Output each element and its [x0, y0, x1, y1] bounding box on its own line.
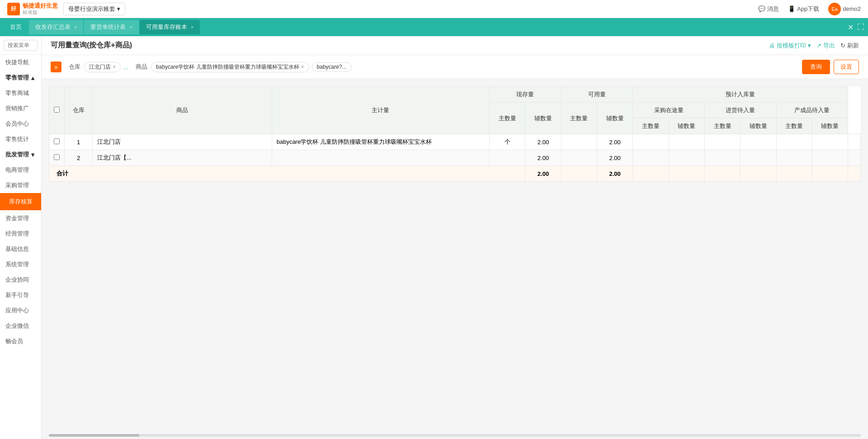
chevron-print-icon: ▾	[808, 42, 811, 49]
col-unit: 主计量	[272, 87, 489, 134]
warehouse-tag-0[interactable]: 江北门店 ×	[84, 62, 121, 72]
warehouse-filter: 仓库 江北门店 × ...	[69, 62, 128, 72]
filter-actions: 查询 设置	[802, 60, 859, 74]
close-tab-1[interactable]: ×	[74, 24, 77, 30]
cell-unit-2	[490, 150, 525, 166]
industry-selector[interactable]: 母婴行业演示账套 ▾	[63, 3, 125, 15]
sidebar-item-system-mgmt[interactable]: 系统管理	[0, 257, 41, 272]
sidebar-search	[0, 36, 41, 55]
tab-available-stock[interactable]: 可用量库存账本 ×	[140, 20, 200, 34]
summary-finished-main	[812, 166, 848, 182]
user-menu[interactable]: Ea demo2	[828, 3, 861, 15]
col-stock-aux: 辅数量	[525, 103, 561, 134]
scroll-bar-area[interactable]	[42, 432, 868, 439]
print-icon: 🖨	[769, 42, 775, 49]
main-layout: 快捷导航 零售管理 ▲ 零售商城 营销推广 会员中心 零售统计 批发管理 ▼ 电…	[0, 36, 868, 439]
col-finished-group: 产成品待入量	[776, 103, 848, 118]
sidebar-item-retail-mall[interactable]: 零售商城	[0, 85, 41, 101]
sidebar-item-enterprise-collab[interactable]: 企业协同	[0, 272, 41, 288]
tab-receive-summary[interactable]: 收发存汇总表 ×	[29, 20, 83, 34]
query-button[interactable]: 查询	[802, 60, 830, 74]
product-filter: 商品 babycare学饮杯 儿童防摔防撞吸管杯重力球吸嘴杯宝宝水杯 × bab…	[136, 62, 352, 72]
close-tab-3[interactable]: ×	[191, 24, 193, 30]
cell-avail-aux-2	[633, 150, 669, 166]
cell-product-1: babycare学饮杯 儿童防摔防撞吸管杯重力球吸嘴杯宝宝水杯	[272, 134, 489, 150]
col-checkbox	[49, 87, 65, 134]
chevron-icon: ▲	[30, 75, 36, 81]
message-icon: 💬	[758, 5, 765, 12]
summary-finished-aux	[848, 166, 861, 182]
select-all-checkbox[interactable]	[54, 107, 60, 113]
sidebar-item-retail-stats[interactable]: 零售统计	[0, 132, 41, 147]
col-warehouse: 仓库	[65, 87, 93, 134]
sidebar-item-newbie-guide[interactable]: 新手引导	[0, 288, 41, 303]
print-button[interactable]: 🖨 按模板打印 ▾	[769, 42, 811, 50]
cell-unit-1: 个	[490, 134, 525, 150]
app-download-button[interactable]: 📱 App下载	[788, 5, 819, 13]
sidebar-item-purchase-mgmt[interactable]: 采购管理	[0, 178, 41, 193]
cell-finished-main-2	[812, 150, 848, 166]
cell-warehouse-2: 江北门店【...	[93, 150, 272, 166]
product-tags: babycare学饮杯 儿童防摔防撞吸管杯重力球吸嘴杯宝宝水杯 × babyca…	[151, 62, 352, 72]
export-button[interactable]: ↗ 导出	[816, 42, 835, 50]
cell-stock-main-2: 2.00	[525, 150, 561, 166]
message-button[interactable]: 💬 消息	[758, 5, 779, 13]
col-incoming-aux: 辅数量	[741, 118, 776, 134]
cell-checkbox[interactable]	[49, 134, 65, 150]
table-row: 2 江北门店【... 2.00 2.00	[49, 150, 861, 166]
col-incoming-sub-group: 进货待入量	[704, 103, 776, 118]
scroll-thumb[interactable]	[49, 434, 139, 437]
top-bar-left: 好 畅捷通好生意 标准版 母婴行业演示账套 ▾	[7, 2, 125, 15]
summary-stock-main: 2.00	[525, 166, 561, 182]
sidebar: 快捷导航 零售管理 ▲ 零售商城 营销推广 会员中心 零售统计 批发管理 ▼ 电…	[0, 36, 42, 439]
col-incoming-group: 预计入库量	[633, 87, 848, 103]
tab-requisition[interactable]: 要货单统计表 ×	[84, 20, 138, 34]
sidebar-item-retail-mgmt[interactable]: 零售管理 ▲	[0, 70, 41, 85]
cell-avail-main-1: 2.00	[597, 134, 632, 150]
product-tag-0[interactable]: babycare学饮杯 儿童防摔防撞吸管杯重力球吸嘴杯宝宝水杯 ×	[151, 62, 309, 72]
table-header-row-1: 仓库 商品 主计量 现存量 可用量 预计入库量	[49, 87, 861, 103]
sidebar-item-inventory[interactable]: 库存核算	[0, 193, 41, 211]
search-input[interactable]	[4, 40, 38, 51]
table-container[interactable]: 仓库 商品 主计量 现存量 可用量 预计入库量 主数量 辅数量 主数量 辅数量 …	[42, 79, 868, 432]
fullscreen-button[interactable]: ⛶	[857, 23, 864, 31]
col-product: 商品	[93, 87, 272, 134]
sidebar-item-marketing[interactable]: 营销推广	[0, 101, 41, 116]
logo-icon: 好	[7, 3, 20, 15]
remove-product-tag-0[interactable]: ×	[301, 64, 304, 70]
sidebar-item-app-center[interactable]: 应用中心	[0, 303, 41, 318]
scroll-track[interactable]	[49, 434, 861, 437]
product-tag-1[interactable]: babycare?...	[312, 62, 352, 71]
logo-text: 畅捷通好生意 标准版	[23, 2, 58, 15]
cell-avail-main-2: 2.00	[597, 150, 632, 166]
sidebar-item-basic-info[interactable]: 基础信息	[0, 241, 41, 257]
filter-expand-button[interactable]: »	[51, 61, 61, 72]
cell-checkbox[interactable]	[49, 150, 65, 166]
cell-stock-aux-1	[561, 134, 597, 150]
cell-product-2	[272, 150, 489, 166]
sidebar-item-quick-nav[interactable]: 快捷导航	[0, 55, 41, 70]
sidebar-item-enterprise-wechat[interactable]: 企业微信	[0, 318, 41, 334]
cell-purchase-aux-2	[704, 150, 740, 166]
sidebar-item-wholesale-mgmt[interactable]: 批发管理 ▼	[0, 147, 41, 162]
summary-avail-main: 2.00	[597, 166, 632, 182]
content-area: 可用量查询(按仓库+商品) 🖨 按模板打印 ▾ ↗ 导出 ↻ 刷新	[42, 36, 868, 439]
filter-more-warehouses[interactable]: ...	[123, 64, 128, 71]
table-body: 1 江北门店 babycare学饮杯 儿童防摔防撞吸管杯重力球吸嘴杯宝宝水杯 个…	[49, 134, 861, 166]
sidebar-item-business-mgmt[interactable]: 经营管理	[0, 226, 41, 241]
chevron-icon-2: ▼	[30, 151, 36, 158]
sidebar-item-finance[interactable]: 资金管理	[0, 211, 41, 226]
close-all-tabs-button[interactable]: ✕	[848, 23, 854, 32]
tab-home[interactable]: 首页	[4, 20, 28, 34]
row-checkbox-2[interactable]	[54, 154, 60, 160]
sidebar-item-member[interactable]: 畅会员	[0, 334, 41, 349]
sidebar-item-member-center[interactable]: 会员中心	[0, 116, 41, 132]
col-incoming-main: 主数量	[704, 118, 740, 134]
remove-warehouse-tag[interactable]: ×	[113, 64, 116, 70]
settings-button[interactable]: 设置	[834, 60, 859, 74]
sidebar-item-ecommerce[interactable]: 电商管理	[0, 162, 41, 178]
refresh-button[interactable]: ↻ 刷新	[840, 42, 859, 50]
table-footer: 合计 2.00 2.00	[49, 166, 861, 182]
close-tab-2[interactable]: ×	[129, 24, 132, 30]
row-checkbox-1[interactable]	[54, 138, 60, 144]
